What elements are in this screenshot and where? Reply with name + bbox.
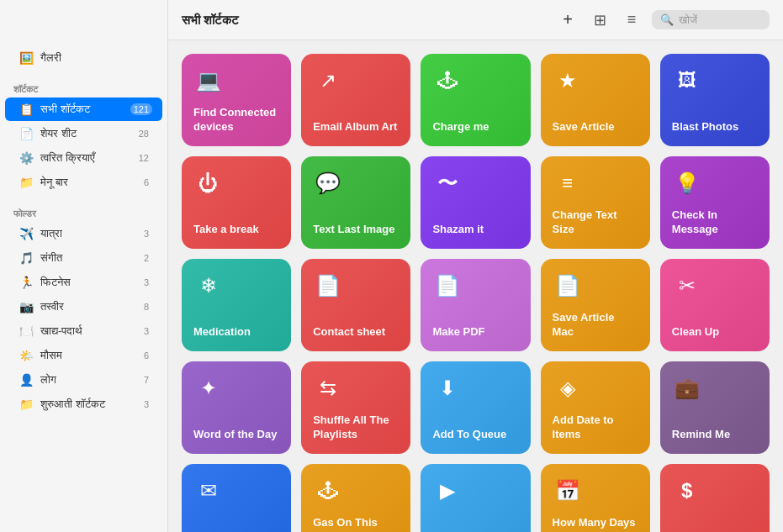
shortcut-shazam-it[interactable]: 〜 Shazam it [421, 156, 530, 249]
add-button[interactable]: + [556, 8, 579, 32]
take-break-icon: ⏻ [193, 168, 224, 198]
shortcuts-section: शॉर्टकट 📋 सभी शॉर्टकट 121 📄 शेयर शीट 28 … [0, 76, 167, 200]
add-to-queue-icon: ⬇ [432, 373, 463, 403]
clean-up-label: Clean Up [672, 325, 758, 340]
sidebar-people-label: लोग [40, 373, 135, 387]
shortcut-save-article[interactable]: ★ Save Article [541, 54, 650, 146]
sidebar-item-share-sheet[interactable]: 📄 शेयर शीट 28 [5, 122, 162, 145]
change-text-icon: ≡ [553, 168, 583, 198]
shortcut-shuffle-playlists[interactable]: ⇆ Shuffle All The Playlists [301, 361, 410, 454]
blast-photos-icon: 🖼 [672, 66, 702, 96]
shortcut-add-to-queue[interactable]: ⬇ Add To Queue [421, 361, 530, 454]
grid-container: 💻 Find Connected devices ↗ Email Album A… [182, 54, 770, 532]
people-icon: 👤 [19, 372, 34, 387]
shortcut-blast-photos[interactable]: 🖼 Blast Photos [660, 54, 770, 146]
sidebar-item-photos[interactable]: 📷 तस्वीर 8 [5, 295, 162, 319]
sidebar-item-startup[interactable]: 📁 शुरुआती शॉर्टकट 3 [5, 392, 162, 416]
music-badge: 2 [135, 252, 152, 264]
gallery-icon: 🖼️ [19, 50, 34, 66]
take-break-label: Take a break [193, 223, 279, 237]
shortcuts-grid: 💻 Find Connected devices ↗ Email Album A… [168, 40, 783, 532]
sidebar-quick-actions-label: त्वरित क्रियाएँ [40, 151, 135, 165]
shortcut-email-myself[interactable]: ✉ Email Myself [182, 464, 291, 532]
page-title: सभी शॉर्टकट [182, 13, 546, 28]
contact-sheet-label: Contact sheet [313, 325, 399, 340]
charge-me-icon: 🕹 [432, 66, 463, 96]
add-date-label: Add Date to Items [553, 413, 638, 442]
shortcut-contact-sheet[interactable]: 📄 Contact sheet [301, 259, 410, 351]
all-shortcuts-icon: 📋 [19, 102, 34, 117]
fitness-badge: 3 [135, 277, 152, 288]
contact-sheet-icon: 📄 [313, 271, 343, 301]
sidebar-item-weather[interactable]: 🌤️ मौसम 6 [5, 344, 162, 367]
sidebar-item-music[interactable]: 🎵 संगीत 2 [5, 246, 162, 270]
sidebar-startup-label: शुरुआती शॉर्टकट [40, 398, 135, 411]
gas-on-street-label: Gas On This Street [313, 516, 399, 532]
sidebar-item-gallery[interactable]: 🖼️ गैलरी [5, 46, 162, 70]
food-badge: 3 [135, 325, 152, 337]
quick-actions-icon: ⚙️ [19, 150, 34, 166]
sidebar-photos-label: तस्वीर [40, 300, 135, 313]
shortcut-save-article-mac[interactable]: 📄 Save Article Mac [541, 259, 650, 351]
shortcut-take-break[interactable]: ⏻ Take a break [182, 156, 291, 249]
shortcut-medication[interactable]: ❄ Medication [182, 259, 291, 351]
save-article-label: Save Article [553, 120, 638, 134]
sidebar-item-all-shortcuts[interactable]: 📋 सभी शॉर्टकट 121 [5, 97, 162, 121]
search-input[interactable] [679, 13, 761, 26]
shortcut-text-last-image[interactable]: 💬 Text Last Image [301, 156, 410, 249]
shortcut-add-date[interactable]: ◈ Add Date to Items [541, 361, 650, 454]
calculate-tip-icon: $ [672, 476, 702, 506]
menu-bar-badge: 6 [135, 176, 152, 188]
shortcut-remind-me[interactable]: 💼 Remind Me [660, 361, 770, 454]
email-myself-icon: ✉ [193, 476, 224, 506]
list-view-button[interactable]: ≡ [620, 8, 643, 32]
sidebar-item-menu-bar[interactable]: 📁 मेनू बार 6 [5, 171, 162, 194]
shortcuts-section-title: शॉर्टकट [0, 81, 167, 97]
sidebar-weather-label: मौसम [40, 349, 135, 362]
shortcut-find-connected[interactable]: 💻 Find Connected devices [182, 54, 291, 146]
make-pdf-label: Make PDF [432, 325, 518, 340]
folder-section: फोल्डर ✈️ यात्रा 3 🎵 संगीत 2 🏃 फिटनेस 3 … [0, 200, 167, 422]
photos-folder-icon: 📷 [19, 299, 34, 314]
shortcut-change-text[interactable]: ≡ Change Text Size [541, 156, 650, 249]
main-content: सभी शॉर्टकट + ⊞ ≡ 🔍 💻 Find Connected dev… [168, 0, 783, 532]
top-bar: सभी शॉर्टकट + ⊞ ≡ 🔍 [168, 0, 783, 40]
shortcut-email-album[interactable]: ↗ Email Album Art [301, 54, 410, 146]
word-of-day-icon: ✦ [193, 373, 224, 403]
sidebar-gallery-label: गैलरी [40, 51, 152, 65]
email-album-icon: ↗ [313, 66, 343, 96]
shortcut-sort-lines[interactable]: ▶ Sort Lines [421, 464, 530, 532]
grid-view-button[interactable]: ⊞ [588, 8, 611, 32]
travel-icon: ✈️ [19, 226, 34, 241]
fitness-icon: 🏃 [19, 275, 34, 290]
shortcut-charge-me[interactable]: 🕹 Charge me [421, 54, 530, 146]
people-badge: 7 [135, 374, 152, 386]
blast-photos-label: Blast Photos [672, 120, 758, 134]
share-sheet-icon: 📄 [19, 126, 34, 141]
search-box[interactable]: 🔍 [652, 10, 770, 29]
sidebar-food-label: खाद्य-पदार्थ [40, 324, 135, 338]
add-date-icon: ◈ [553, 373, 583, 403]
sidebar-item-food[interactable]: 🍽️ खाद्य-पदार्थ 3 [5, 319, 162, 343]
sidebar-item-people[interactable]: 👤 लोग 7 [5, 368, 162, 392]
all-shortcuts-badge: 121 [130, 103, 152, 115]
medication-icon: ❄ [193, 271, 224, 301]
save-article-mac-label: Save Article Mac [553, 311, 638, 340]
shortcut-how-many-days[interactable]: 📅 How Many Days Until [541, 464, 650, 532]
shortcut-word-of-day[interactable]: ✦ Word of the Day [182, 361, 291, 454]
charge-me-label: Charge me [432, 120, 518, 134]
music-icon: 🎵 [19, 250, 34, 266]
find-connected-label: Find Connected devices [193, 106, 279, 134]
shortcut-clean-up[interactable]: ✂ Clean Up [660, 259, 770, 351]
sidebar-item-quick-actions[interactable]: ⚙️ त्वरित क्रियाएँ 12 [5, 146, 162, 170]
shortcut-calculate-tip[interactable]: $ Calculate Tip [660, 464, 770, 532]
sidebar-item-fitness[interactable]: 🏃 फिटनेस 3 [5, 271, 162, 294]
shortcut-make-pdf[interactable]: 📄 Make PDF [421, 259, 530, 351]
weather-badge: 6 [135, 350, 152, 361]
photos-badge: 8 [135, 301, 152, 313]
sort-lines-icon: ▶ [432, 476, 463, 506]
shortcut-check-in[interactable]: 💡 Check In Message [660, 156, 770, 249]
quick-actions-badge: 12 [135, 152, 152, 164]
shortcut-gas-on-street[interactable]: 🕹 Gas On This Street [301, 464, 410, 532]
sidebar-item-travel[interactable]: ✈️ यात्रा 3 [5, 222, 162, 245]
